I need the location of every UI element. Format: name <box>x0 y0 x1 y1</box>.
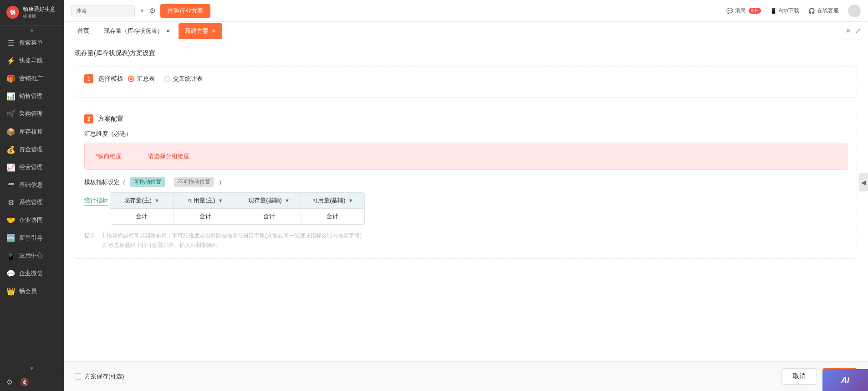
home-tab-label: 首页 <box>77 27 89 35</box>
radio-summary[interactable]: 汇总表 <box>128 75 155 83</box>
wechat-icon: 💬 <box>6 269 15 278</box>
sidebar-bottom: ⚙ 🔇 <box>0 373 64 391</box>
aggregation-label: 汇总维度（必选） <box>84 130 848 138</box>
dimension-box[interactable]: *纵向维度 —— 请选择分组维度 <box>84 143 848 170</box>
settings-bottom-icon[interactable]: ⚙ <box>6 378 13 386</box>
search-menu-icon: ☰ <box>6 39 15 47</box>
sidebar-item-members[interactable]: 👑 畅会员 <box>0 283 64 300</box>
top-bar: ▼ ⚙ 体验行业方案 💬 消息 99+ 📱 App下载 🎧 在线客服 <box>64 0 868 22</box>
col-2-label: 现存量(基辅) <box>248 196 282 205</box>
headset-icon: 🎧 <box>808 8 815 14</box>
sidebar-item-label: 资金管理 <box>19 145 43 154</box>
new-guide-icon: 🆕 <box>6 234 15 242</box>
inventory-tab-close[interactable]: ✕ <box>166 28 170 34</box>
top-bar-right: 💬 消息 99+ 📱 App下载 🎧 在线客服 <box>726 5 861 17</box>
inventory-tab-label: 现存量（库存状况表） <box>104 27 163 35</box>
finance-icon: 💰 <box>6 145 15 154</box>
tip-0: 提示： 1.拖动标题栏可以调整布局，不可跨维度或指标区域拖动任何目字段(只能在同… <box>84 232 848 240</box>
sidebar-item-cooperation[interactable]: 🤝 企业协同 <box>0 211 64 229</box>
sidebar-item-basic-info[interactable]: 🗃 基础信息 <box>0 176 64 194</box>
sidebar-item-marketing[interactable]: 🎁 营销推广 <box>0 70 64 87</box>
customer-service-item[interactable]: 🎧 在线客服 <box>808 7 839 15</box>
sound-icon[interactable]: 🔇 <box>20 378 29 386</box>
sidebar-scroll-down[interactable]: ▼ <box>0 364 64 373</box>
customer-service-label: 在线客服 <box>817 7 839 15</box>
col-1-label: 可用量(主) <box>188 196 215 205</box>
sidebar-item-operations[interactable]: 📈 经营管理 <box>0 159 64 176</box>
col-3-arrow[interactable]: ▼ <box>348 198 353 203</box>
sidebar-item-purchase[interactable]: 🛒 采购管理 <box>0 105 64 123</box>
section-1-num: 1 <box>84 74 93 83</box>
stats-body-col-2: 合计 <box>237 209 301 224</box>
app-name: 畅康通好生意 <box>23 5 56 13</box>
cancel-button[interactable]: 取消 <box>781 368 817 385</box>
sidebar-item-label: 销售管理 <box>19 92 43 100</box>
col-1-arrow[interactable]: ▼ <box>218 198 223 203</box>
sidebar-item-inventory[interactable]: 📦 库存核算 <box>0 123 64 141</box>
section-2-header: 2 方案配置 <box>84 114 848 123</box>
col-0-arrow[interactable]: ▼ <box>154 198 159 203</box>
template-radio-group: 汇总表 交叉统计表 <box>128 75 203 83</box>
app-download-item[interactable]: 📱 App下载 <box>770 7 799 15</box>
dropdown-icon[interactable]: ▼ <box>139 8 145 14</box>
sales-icon: 📊 <box>6 92 15 101</box>
indicator-settings-label: 模板指标设定（ 可拖动位置 不可拖动位置 ） <box>84 177 848 187</box>
messages-item[interactable]: 💬 消息 99+ <box>726 7 761 15</box>
stats-col-1: 可用量(主) ▼ <box>174 193 237 208</box>
new-scheme-tab-close[interactable]: ✕ <box>211 28 216 34</box>
tag-draggable: 可拖动位置 <box>130 177 165 187</box>
system-icon: ⚙ <box>6 198 15 207</box>
top-search-input[interactable] <box>71 5 135 16</box>
sidebar-item-new-guide[interactable]: 🆕 新手引导 <box>0 229 64 247</box>
dimension-placeholder: 请选择分组维度 <box>148 152 189 160</box>
sidebar-item-label: 搜索菜单 <box>19 39 43 47</box>
app-logo: 畅 畅康通好生意 标准版 <box>0 0 64 26</box>
sidebar-scroll-up[interactable]: ▲ <box>0 26 64 34</box>
sidebar-item-label: 经营管理 <box>19 163 43 171</box>
sidebar-item-system[interactable]: ⚙ 系统管理 <box>0 194 64 211</box>
sidebar-item-label: 快捷导航 <box>19 57 43 65</box>
cooperation-icon: 🤝 <box>6 216 15 225</box>
app-sub: 标准版 <box>23 13 56 20</box>
sidebar-item-sales[interactable]: 📊 销售管理 <box>0 87 64 105</box>
sidebar-item-label: 库存核算 <box>19 128 43 136</box>
tab-close-all[interactable]: ✕ <box>845 26 851 35</box>
sidebar-item-search-menu[interactable]: ☰ 搜索菜单 <box>0 34 64 52</box>
ai-float-button[interactable]: Ai <box>822 369 868 391</box>
tab-new-scheme[interactable]: 新建方案 ✕ <box>179 23 222 39</box>
radio-cross[interactable]: 交叉统计表 <box>164 75 203 83</box>
sidebar: 畅 畅康通好生意 标准版 ▲ ☰ 搜索菜单 ⚡ 快捷导航 🎁 营销推广 📊 销售… <box>0 0 64 391</box>
top-bar-left: ▼ ⚙ 体验行业方案 <box>71 4 210 18</box>
quick-nav-icon: ⚡ <box>6 57 15 65</box>
gear-button[interactable]: ⚙ <box>149 6 156 15</box>
tab-home[interactable]: 首页 <box>71 23 96 39</box>
sidebar-item-label: 基础信息 <box>19 181 43 189</box>
dimension-label: *纵向维度 <box>96 152 122 160</box>
dimension-dash: —— <box>129 153 141 160</box>
sidebar-item-label: 新手引导 <box>19 234 43 242</box>
stats-table-body: 合计 合计 合计 合计 <box>110 208 364 224</box>
sidebar-item-wechat[interactable]: 💬 企业微信 <box>0 265 64 283</box>
sidebar-item-label: 企业协同 <box>19 216 43 224</box>
stats-body-col-3: 合计 <box>301 209 364 224</box>
sidebar-item-label: 畅会员 <box>19 287 37 295</box>
save-checkbox[interactable] <box>75 373 81 380</box>
tip-1: 2. 点击标题栏下拉可设置排序、插入列和删除列 <box>84 242 848 249</box>
sidebar-item-quick-nav[interactable]: ⚡ 快捷导航 <box>0 52 64 70</box>
members-icon: 👑 <box>6 287 15 296</box>
tab-expand[interactable]: ⤢ <box>855 26 861 35</box>
save-option-label: 方案保存(可选) <box>85 372 124 381</box>
sidebar-item-app-center[interactable]: 📱 应用中心 <box>0 247 64 265</box>
section-1-title: 选择模板 <box>98 75 123 83</box>
sidebar-item-finance[interactable]: 💰 资金管理 <box>0 141 64 159</box>
stats-body-col-0: 合计 <box>110 209 174 224</box>
right-panel-collapse-btn[interactable]: ◀ <box>859 173 868 191</box>
section-2-title: 方案配置 <box>98 115 123 123</box>
radio-summary-label: 汇总表 <box>137 75 155 83</box>
user-avatar[interactable] <box>848 5 861 17</box>
trial-button[interactable]: 体验行业方案 <box>160 4 210 18</box>
tab-inventory-status[interactable]: 现存量（库存状况表） ✕ <box>97 23 177 39</box>
stats-col-0: 现存量(主) ▼ <box>110 193 174 208</box>
message-icon: 💬 <box>726 8 733 14</box>
col-2-arrow[interactable]: ▼ <box>285 198 290 203</box>
